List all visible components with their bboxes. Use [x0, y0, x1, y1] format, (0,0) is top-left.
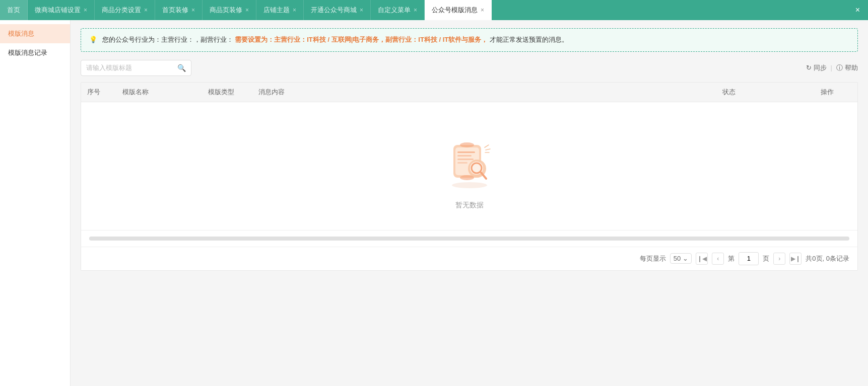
pagination: 每页显示 50 ⌄ ❙◀ ‹ 第 页 › ▶❙ 共0页, 0条记录	[81, 247, 857, 270]
fake-scrollbar[interactable]	[89, 237, 849, 241]
help-icon: ⓘ	[836, 63, 843, 72]
page-size-label: 每页显示	[640, 254, 666, 263]
search-bar: 🔍 ↻ 同步 | ⓘ 帮助	[81, 60, 858, 76]
nav-tab-home[interactable]: 首页	[0, 0, 28, 20]
top-nav: 首页微商城店铺设置×商品分类设置×首页装修×商品页装修×店铺主题×开通公众号商城…	[0, 0, 868, 20]
nav-tab-home-decor[interactable]: 首页装修×	[155, 0, 203, 20]
th-status: 状态	[716, 83, 797, 102]
sync-button[interactable]: ↻ 同步	[806, 63, 827, 72]
nav-tab-custom-menu[interactable]: 自定义菜单×	[371, 0, 425, 20]
th-seq: 序号	[81, 83, 116, 102]
empty-state: 暂无数据	[81, 102, 857, 230]
svg-line-13	[485, 145, 489, 147]
last-page-button[interactable]: ▶❙	[789, 253, 802, 265]
global-close-button[interactable]: ×	[847, 6, 868, 15]
svg-line-14	[486, 149, 490, 150]
first-page-button[interactable]: ❙◀	[696, 253, 708, 265]
search-left: 🔍	[81, 60, 191, 76]
notice-box: 💡 您的公众号行业为：主营行业：，副营行业： 需要设置为：主营行业：IT科技 /…	[81, 28, 858, 52]
svg-rect-5	[457, 159, 474, 160]
sync-icon: ↻	[806, 64, 812, 71]
page-size-chevron: ⌄	[683, 255, 688, 262]
nav-tab-close-product-category[interactable]: ×	[144, 7, 148, 14]
main-layout: 模版消息模版消息记录 💡 您的公众号行业为：主营行业：，副营行业： 需要设置为：…	[0, 20, 868, 386]
notice-prefix: 您的公众号行业为：主营行业：，副营行业：	[102, 36, 233, 43]
empty-text: 暂无数据	[455, 201, 484, 210]
th-type: 模版类型	[202, 83, 252, 102]
nav-tab-close-home-decor[interactable]: ×	[191, 7, 195, 14]
nav-tab-close-open-mall[interactable]: ×	[360, 7, 363, 14]
svg-point-0	[452, 182, 487, 188]
nav-tab-weshop-settings[interactable]: 微商城店铺设置×	[28, 0, 95, 20]
scrollbar-area	[81, 230, 857, 247]
next-page-button[interactable]: ›	[773, 253, 785, 265]
page-size-value: 50	[674, 255, 681, 262]
table-wrap: 序号 模版名称 模版类型 消息内容 状态 操作	[81, 82, 858, 271]
svg-point-12	[460, 175, 474, 180]
page-unit: 页	[763, 254, 769, 263]
search-right: ↻ 同步 | ⓘ 帮助	[806, 63, 858, 72]
nav-tab-open-mall[interactable]: 开通公众号商城×	[304, 0, 371, 20]
nav-tab-store-theme[interactable]: 店铺主题×	[256, 0, 304, 20]
page-label: 第	[728, 254, 735, 263]
page-total: 共0页, 0条记录	[806, 254, 849, 263]
content-area: 💡 您的公众号行业为：主营行业：，副营行业： 需要设置为：主营行业：IT科技 /…	[71, 20, 868, 386]
divider: |	[831, 64, 832, 71]
search-input-wrap[interactable]: 🔍	[81, 60, 191, 76]
notice-highlight: 需要设置为：主营行业：IT科技 / 互联网|电子商务，副营行业：IT科技 / I…	[235, 36, 488, 43]
svg-rect-4	[457, 155, 472, 157]
nav-tab-close-custom-menu[interactable]: ×	[414, 7, 417, 14]
svg-rect-3	[457, 151, 475, 153]
sidebar-item-template-msg[interactable]: 模版消息	[0, 24, 70, 43]
search-icon[interactable]: 🔍	[177, 64, 186, 72]
notice-icon: 💡	[89, 36, 97, 43]
help-label: 帮助	[845, 63, 858, 72]
help-button[interactable]: ⓘ 帮助	[836, 63, 858, 72]
sidebar-item-template-msg-log[interactable]: 模版消息记录	[0, 43, 70, 62]
empty-illustration	[439, 132, 500, 193]
th-name: 模版名称	[116, 83, 202, 102]
sidebar: 模版消息模版消息记录	[0, 20, 71, 386]
nav-tab-product-category[interactable]: 商品分类设置×	[95, 0, 155, 20]
nav-tab-close-product-decor[interactable]: ×	[245, 7, 249, 14]
nav-tab-template-msg[interactable]: 公众号模版消息×	[425, 0, 492, 20]
page-size-select[interactable]: 50 ⌄	[670, 253, 692, 264]
table-header: 序号 模版名称 模版类型 消息内容 状态 操作	[81, 83, 857, 102]
page-input[interactable]	[739, 252, 759, 265]
th-content: 消息内容	[252, 83, 716, 102]
nav-tab-close-store-theme[interactable]: ×	[293, 7, 296, 14]
prev-page-button[interactable]: ‹	[712, 253, 724, 265]
nav-tab-close-template-msg[interactable]: ×	[481, 7, 484, 14]
search-input[interactable]	[86, 64, 177, 71]
svg-rect-6	[457, 162, 468, 164]
svg-point-11	[460, 142, 474, 147]
notice-suffix: 才能正常发送预置的消息。	[490, 36, 568, 43]
nav-tab-product-decor[interactable]: 商品页装修×	[203, 0, 256, 20]
th-action: 操作	[797, 83, 857, 102]
sync-label: 同步	[814, 63, 827, 72]
nav-tab-close-weshop-settings[interactable]: ×	[84, 7, 87, 14]
